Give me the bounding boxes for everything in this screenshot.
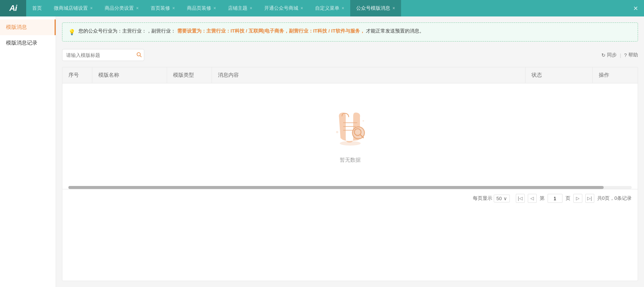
tab-template-message-close[interactable]: × [392,6,395,11]
empty-illustration [328,106,373,151]
svg-point-10 [336,131,338,133]
scroll-track[interactable] [68,186,632,189]
notice-text: 您的公众号行业为：主营行业：，副营行业： 需要设置为：主营行业：IT科技 / 互… [78,27,632,35]
col-content: 消息内容 [212,67,526,83]
tab-product-decoration-close[interactable]: × [213,6,216,11]
empty-text: 暂无数据 [340,157,361,164]
tab-category-settings[interactable]: 商品分类设置 × [99,0,145,16]
help-button[interactable]: ? 帮助 [624,52,638,58]
tab-store-theme-label: 店铺主题 [228,5,247,12]
next-page-button[interactable]: ▷ [573,194,582,203]
tab-custom-menu[interactable]: 自定义菜单 × [309,0,350,16]
total-info: 共0页，0条记录 [597,195,632,202]
sync-icon: ↻ [601,52,606,58]
page-label-di: 第 [540,195,545,202]
notice-icon: 💡 [68,28,76,37]
table-header: 序号 模版名称 模版类型 消息内容 状态 操作 [62,67,638,83]
col-type: 模版类型 [167,67,212,83]
search-icon [136,52,142,57]
tab-homepage-decoration-close[interactable]: × [172,6,175,11]
col-index: 序号 [62,67,92,83]
tab-open-mall[interactable]: 开通公众号商城 × [258,0,309,16]
tab-custom-menu-close[interactable]: × [342,6,344,11]
toolbar-right: ↻ 同步 | ? 帮助 [601,52,638,58]
main-layout: 模版消息 模版消息记录 💡 您的公众号行业为：主营行业：，副营行业： 需要设置为… [0,16,644,287]
tab-open-mall-label: 开通公众号商城 [264,5,298,12]
chevron-down-icon: ∨ [503,196,507,201]
tab-store-settings[interactable]: 微商城店铺设置 × [48,0,99,16]
sidebar-item-template-message[interactable]: 模版消息 [0,19,56,35]
empty-state: 暂无数据 [62,83,638,186]
page-size-value: 50 [496,196,502,201]
sync-button[interactable]: ↻ 同步 [601,52,617,58]
content-area: 💡 您的公众号行业为：主营行业：，副营行业： 需要设置为：主营行业：IT科技 /… [56,16,644,287]
tab-product-decoration-label: 商品页装修 [187,5,211,12]
toolbar-divider: | [620,52,621,58]
col-status: 状态 [526,67,593,83]
notice-prefix: 您的公众号行业为：主营行业：，副营行业： [78,28,176,34]
tab-homepage-decoration[interactable]: 首页装修 × [145,0,181,16]
tab-home-label: 首页 [32,5,42,12]
tab-store-theme[interactable]: 店铺主题 × [222,0,258,16]
page-size-select: 每页显示 50 ∨ [473,195,509,202]
sidebar-item-template-records[interactable]: 模版消息记录 [0,35,56,51]
tab-template-message-label: 公众号模版消息 [356,5,390,12]
help-icon: ? [624,52,627,58]
app-logo: Ai [0,0,26,16]
tab-store-settings-close[interactable]: × [90,6,93,11]
notice-highlight: 需要设置为：主营行业：IT科技 / 互联网|电子商务，副营行业：IT科技 / I… [177,28,365,34]
table-container: 序号 模版名称 模版类型 消息内容 状态 操作 [62,67,638,281]
toolbar: ↻ 同步 | ? 帮助 [62,46,638,62]
search-button[interactable] [133,49,144,61]
scroll-thumb [68,186,604,189]
tab-category-settings-label: 商品分类设置 [105,5,134,12]
search-box [62,49,144,61]
tab-product-decoration[interactable]: 商品页装修 × [181,0,222,16]
tab-category-settings-close[interactable]: × [136,6,139,11]
tab-store-theme-close[interactable]: × [250,6,252,11]
tab-store-settings-label: 微商城店铺设置 [54,5,88,12]
sync-label: 同步 [607,52,617,58]
logo-text: Ai [9,3,17,13]
pagination: 每页显示 50 ∨ |◁ ◁ 第 页 ▷ ▷| 共0页，0条记录 [62,189,638,207]
tab-bar: Ai 首页 微商城店铺设置 × 商品分类设置 × 首页装修 × 商品页装修 × … [0,0,644,16]
prev-page-button[interactable]: ◁ [528,194,537,203]
sidebar: 模版消息 模版消息记录 [0,16,56,287]
page-label-page: 页 [566,195,570,202]
notice-box: 💡 您的公众号行业为：主营行业：，副营行业： 需要设置为：主营行业：IT科技 /… [62,22,638,42]
page-input[interactable] [548,194,563,203]
page-size-dropdown[interactable]: 50 ∨ [494,195,509,202]
svg-line-1 [140,55,142,57]
tab-home[interactable]: 首页 [26,0,48,16]
tab-homepage-decoration-label: 首页装修 [151,5,170,12]
first-page-button[interactable]: |◁ [516,194,525,203]
search-input[interactable] [62,52,133,58]
help-label: 帮助 [628,52,638,58]
svg-point-9 [363,120,364,122]
tab-custom-menu-label: 自定义菜单 [315,5,339,12]
col-actions: 操作 [593,67,638,83]
col-name: 模版名称 [92,67,167,83]
notice-suffix: 才能正常发送预置的消息。 [366,28,424,34]
tab-open-mall-close[interactable]: × [301,6,303,11]
tab-bar-close-all[interactable]: ✕ [627,5,644,12]
tab-template-message[interactable]: 公众号模版消息 × [350,0,401,16]
last-page-button[interactable]: ▷| [585,194,594,203]
page-size-label: 每页显示 [473,195,492,202]
